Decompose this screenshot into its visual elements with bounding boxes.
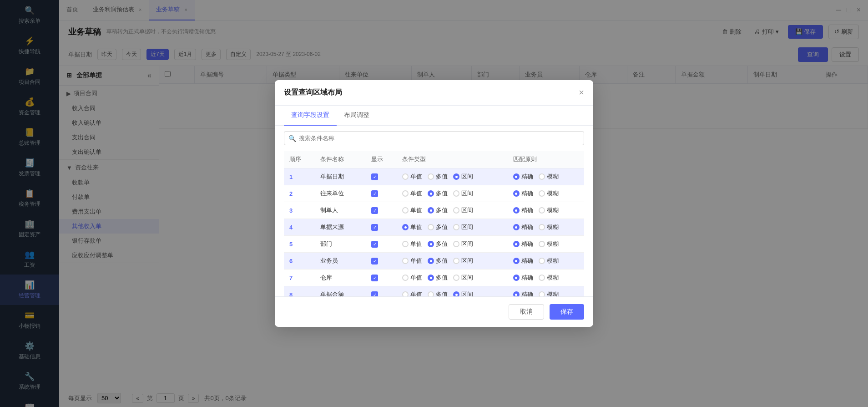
row-order: 5 [284,236,315,253]
type-range-radio[interactable]: 区间 [453,223,473,231]
type-multi-radio[interactable]: 多值 [428,223,448,231]
modal: 设置查询区域布局 × 查询字段设置 布局调整 🔍 顺序 条件名称 [275,80,593,327]
row-order: 8 [284,286,315,297]
row-name: 仓库 [315,270,366,286]
match-exact-radio[interactable]: 精确 [513,173,533,181]
modal-table-row: 2往来单位 单值 多值 区间 精确 模糊 [284,185,584,202]
modal-save-button[interactable]: 保存 [550,304,584,320]
type-multi-radio[interactable]: 多值 [428,189,448,198]
row-order: 4 [284,219,315,236]
row-name: 单据日期 [315,168,366,185]
show-checkbox[interactable] [371,291,378,296]
modal-col-name: 条件名称 [315,151,366,168]
show-checkbox[interactable] [371,190,378,197]
row-show[interactable] [366,168,397,185]
show-checkbox[interactable] [371,173,378,180]
modal-search-area: 🔍 [275,126,593,151]
row-show[interactable] [366,236,397,253]
match-exact-radio[interactable]: 精确 [513,274,533,282]
modal-title: 设置查询区域布局 [284,88,342,97]
row-show[interactable] [366,270,397,286]
type-multi-radio[interactable]: 多值 [428,206,448,214]
match-fuzzy-radio[interactable]: 模糊 [539,223,559,231]
type-single-radio[interactable]: 单值 [402,173,422,181]
match-exact-radio[interactable]: 精确 [513,206,533,214]
row-show[interactable] [366,219,397,236]
row-name: 业务员 [315,253,366,270]
type-range-radio[interactable]: 区间 [453,173,473,181]
match-fuzzy-radio[interactable]: 模糊 [539,257,559,265]
row-type: 单值 多值 区间 [397,185,508,202]
match-fuzzy-radio[interactable]: 模糊 [539,206,559,214]
type-range-radio[interactable]: 区间 [453,290,473,296]
type-range-radio[interactable]: 区间 [453,206,473,214]
modal-table-wrapper: 顺序 条件名称 显示 条件类型 匹配原则 1单据日期 单值 多值 [275,151,593,296]
type-single-radio[interactable]: 单值 [402,290,422,296]
modal-table-row: 1单据日期 单值 多值 区间 精确 模糊 [284,168,584,185]
row-match: 精确 模糊 [508,286,584,297]
row-type: 单值 多值 区间 [397,202,508,219]
row-match: 精确 模糊 [508,202,584,219]
type-multi-radio[interactable]: 多值 [428,257,448,265]
match-fuzzy-radio[interactable]: 模糊 [539,290,559,296]
show-checkbox[interactable] [371,224,378,231]
modal-table-row: 5部门 单值 多值 区间 精确 模糊 [284,236,584,253]
match-fuzzy-radio[interactable]: 模糊 [539,274,559,282]
modal-table: 顺序 条件名称 显示 条件类型 匹配原则 1单据日期 单值 多值 [284,151,584,296]
type-multi-radio[interactable]: 多值 [428,274,448,282]
type-range-radio[interactable]: 区间 [453,240,473,248]
type-multi-radio[interactable]: 多值 [428,240,448,248]
type-single-radio[interactable]: 单值 [402,206,422,214]
modal-body: 查询字段设置 布局调整 🔍 顺序 条件名称 显示 条件类型 [275,106,593,296]
match-fuzzy-radio[interactable]: 模糊 [539,240,559,248]
type-multi-radio[interactable]: 多值 [428,173,448,181]
type-range-radio[interactable]: 区间 [453,274,473,282]
modal-search-input[interactable] [284,131,584,145]
row-order: 3 [284,202,315,219]
modal-footer: 取消 保存 [275,296,593,327]
show-checkbox[interactable] [371,258,378,265]
row-type: 单值 多值 区间 [397,168,508,185]
row-type: 单值 多值 区间 [397,270,508,286]
row-show[interactable] [366,202,397,219]
row-show[interactable] [366,286,397,297]
match-exact-radio[interactable]: 精确 [513,290,533,296]
type-single-radio[interactable]: 单值 [402,257,422,265]
modal-col-type: 条件类型 [397,151,508,168]
modal-close-button[interactable]: × [579,87,584,98]
cancel-button[interactable]: 取消 [509,304,544,320]
match-exact-radio[interactable]: 精确 [513,257,533,265]
row-type: 单值 多值 区间 [397,253,508,270]
match-exact-radio[interactable]: 精确 [513,240,533,248]
row-show[interactable] [366,253,397,270]
modal-table-row: 4单据来源 单值 多值 区间 精确 模糊 [284,219,584,236]
modal-overlay[interactable]: 设置查询区域布局 × 查询字段设置 布局调整 🔍 顺序 条件名称 [0,0,868,407]
row-name: 单据来源 [315,219,366,236]
modal-tab-layout[interactable]: 布局调整 [337,106,377,126]
row-name: 制单人 [315,202,366,219]
type-single-radio[interactable]: 单值 [402,223,422,231]
match-exact-radio[interactable]: 精确 [513,189,533,198]
show-checkbox[interactable] [371,241,378,248]
row-type: 单值 多值 区间 [397,219,508,236]
type-multi-radio[interactable]: 多值 [428,290,448,296]
type-single-radio[interactable]: 单值 [402,274,422,282]
match-exact-radio[interactable]: 精确 [513,223,533,231]
type-range-radio[interactable]: 区间 [453,257,473,265]
type-single-radio[interactable]: 单值 [402,240,422,248]
row-type: 单值 多值 区间 [397,286,508,297]
modal-table-row: 3制单人 单值 多值 区间 精确 模糊 [284,202,584,219]
modal-table-row: 7仓库 单值 多值 区间 精确 模糊 [284,270,584,286]
row-match: 精确 模糊 [508,219,584,236]
modal-tab-fields[interactable]: 查询字段设置 [284,106,337,126]
match-fuzzy-radio[interactable]: 模糊 [539,173,559,181]
row-show[interactable] [366,185,397,202]
modal-col-show: 显示 [366,151,397,168]
type-single-radio[interactable]: 单值 [402,189,422,198]
match-fuzzy-radio[interactable]: 模糊 [539,189,559,198]
type-range-radio[interactable]: 区间 [453,189,473,198]
show-checkbox[interactable] [371,207,378,214]
row-match: 精确 模糊 [508,185,584,202]
modal-header: 设置查询区域布局 × [275,80,593,106]
show-checkbox[interactable] [371,275,378,281]
